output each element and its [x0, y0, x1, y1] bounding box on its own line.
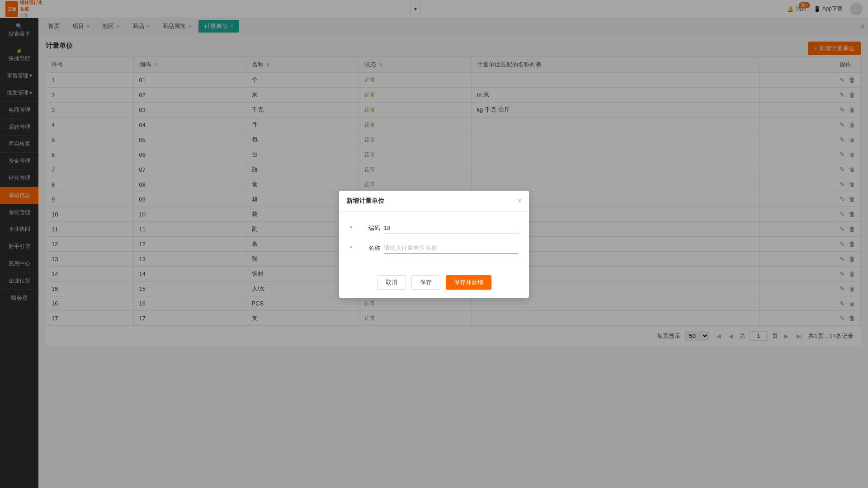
modal-header: 新增计量单位 × [339, 191, 529, 212]
save-and-new-button[interactable]: 保存并新增 [446, 275, 491, 290]
form-label-name: 名称 [353, 244, 380, 252]
form-label-code: 编码 [353, 224, 380, 232]
form-row-name: * 名称 [350, 243, 518, 253]
form-row-code: * 编码 [350, 223, 518, 234]
modal-title: 新增计量单位 [346, 197, 384, 205]
cancel-button[interactable]: 取消 [377, 275, 406, 290]
modal-body: * 编码 * 名称 [339, 212, 529, 270]
save-button[interactable]: 保存 [411, 275, 440, 290]
name-input[interactable] [384, 243, 518, 253]
modal-close-btn[interactable]: × [518, 197, 522, 205]
required-mark-code: * [350, 225, 352, 231]
code-input[interactable] [384, 223, 518, 234]
add-measure-unit-modal: 新增计量单位 × * 编码 * 名称 取消 保存 保存并新增 [339, 191, 529, 298]
modal-overlay: 新增计量单位 × * 编码 * 名称 取消 保存 保存并新增 [0, 0, 868, 488]
required-mark-name: * [350, 244, 352, 251]
modal-footer: 取消 保存 保存并新增 [339, 270, 529, 298]
